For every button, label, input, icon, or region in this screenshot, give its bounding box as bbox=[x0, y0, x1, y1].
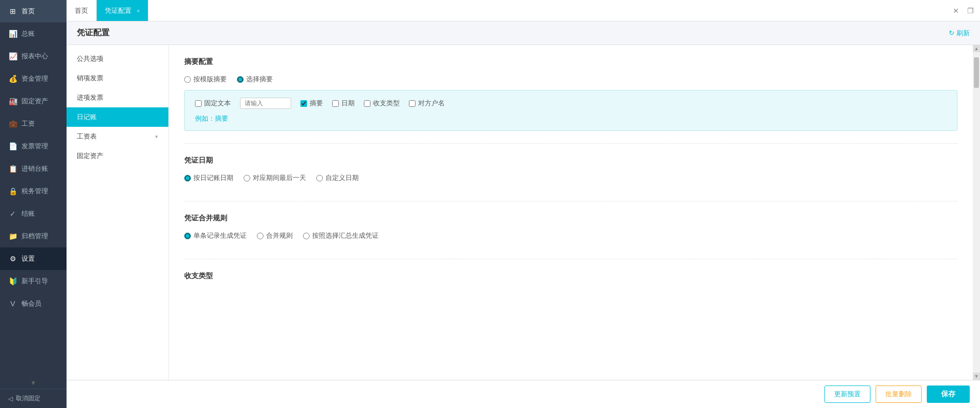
window-restore-button[interactable]: ❐ bbox=[965, 5, 976, 17]
gear-icon: ⚙ bbox=[8, 255, 17, 263]
select-summary-option[interactable]: 选择摘要 bbox=[237, 75, 273, 84]
fixed-text-checkbox[interactable] bbox=[195, 100, 202, 107]
left-nav-fixed-assets[interactable]: 固定资产 bbox=[67, 146, 168, 166]
counterpart-name-checkbox[interactable] bbox=[409, 100, 416, 107]
sidebar-scroll-indicator: ▼ bbox=[0, 377, 67, 389]
by-selection-total-option[interactable]: 按照选择汇总生成凭证 bbox=[303, 231, 379, 240]
sidebar-item-tax-mgmt[interactable]: 🔒 税务管理 bbox=[0, 180, 67, 202]
body-split: 公共选项 销项发票 进项发票 日记账 工资表 ▾ 固定资产 bbox=[67, 45, 980, 380]
scroll-down-arrow[interactable]: ▼ bbox=[973, 373, 980, 380]
single-record-radio[interactable] bbox=[184, 233, 191, 239]
sidebar-item-general-ledger[interactable]: 📊 总账 bbox=[0, 22, 67, 45]
update-preview-button[interactable]: 更新预置 bbox=[824, 386, 870, 403]
by-selection-total-radio[interactable] bbox=[303, 233, 310, 239]
tab-voucher-config-label: 凭证配置 bbox=[105, 6, 132, 15]
sidebar-cancel-fixed[interactable]: ◁ 取消固定 bbox=[0, 389, 67, 408]
merge-rules-section: 凭证合并规则 单条记录生成凭证 合并规则 按照选择汇总生成凭证 bbox=[184, 214, 957, 259]
save-button[interactable]: 保存 bbox=[927, 386, 970, 403]
template-summary-radio[interactable] bbox=[184, 76, 191, 83]
batch-delete-button[interactable]: 批量删除 bbox=[876, 386, 922, 403]
scroll-up-arrow[interactable]: ▲ bbox=[973, 45, 980, 52]
voucher-date-section: 凭证日期 按日记账日期 对应期间最后一天 自定义日期 bbox=[184, 156, 957, 201]
income-type-section: 收支类型 bbox=[184, 271, 957, 301]
by-journal-date-radio[interactable] bbox=[184, 175, 191, 182]
sidebar-item-label: 发票管理 bbox=[21, 142, 48, 151]
example-text: 例如：摘要 bbox=[195, 114, 947, 123]
summary-option[interactable]: 摘要 bbox=[300, 99, 323, 108]
merge-rules-option[interactable]: 合并规则 bbox=[257, 231, 293, 240]
vip-icon: V bbox=[8, 300, 17, 308]
sidebar-scroll-down-arrow[interactable]: ▼ bbox=[28, 377, 38, 389]
sidebar-item-label: 新手引导 bbox=[21, 277, 48, 286]
sidebar-item-payroll[interactable]: 💼 工资 bbox=[0, 112, 67, 135]
left-nav-journal[interactable]: 日记账 bbox=[67, 107, 168, 127]
sidebar-item-settings[interactable]: ⚙ 设置 bbox=[0, 247, 67, 270]
refresh-button[interactable]: ↻ 刷新 bbox=[949, 29, 970, 38]
tab-close-icon[interactable]: × bbox=[137, 8, 140, 14]
merge-rules-radio-row: 单条记录生成凭证 合并规则 按照选择汇总生成凭证 bbox=[184, 231, 957, 240]
sidebar-item-label: 固定资产 bbox=[21, 97, 48, 106]
sidebar-item-vip-member[interactable]: V 畅会员 bbox=[0, 292, 67, 315]
archive-icon: 📁 bbox=[8, 232, 17, 240]
date-checkbox[interactable] bbox=[332, 100, 339, 107]
ledger-icon: 📋 bbox=[8, 165, 17, 173]
income-type-checkbox[interactable] bbox=[364, 100, 371, 107]
sidebar-item-home[interactable]: ⊞ 首页 bbox=[0, 0, 67, 22]
sidebar-item-label: 进销台账 bbox=[21, 164, 48, 173]
chevron-down-icon: ▾ bbox=[155, 133, 158, 140]
fund-icon: 💰 bbox=[8, 75, 17, 83]
right-content: 摘要配置 按模版摘要 选择摘要 bbox=[169, 45, 973, 380]
chart-icon: 📊 bbox=[8, 30, 17, 38]
tab-voucher-config[interactable]: 凭证配置 × bbox=[97, 0, 148, 21]
select-summary-radio[interactable] bbox=[237, 76, 244, 83]
fixed-text-option[interactable]: 固定文本 bbox=[195, 99, 231, 108]
merge-rules-radio[interactable] bbox=[257, 233, 264, 239]
single-record-option[interactable]: 单条记录生成凭证 bbox=[184, 231, 247, 240]
window-close-button[interactable]: ✕ bbox=[951, 5, 961, 17]
counterpart-name-option[interactable]: 对方户名 bbox=[409, 99, 445, 108]
sidebar-item-archive-mgmt[interactable]: 📁 归档管理 bbox=[0, 225, 67, 247]
sidebar-item-sales-purchase[interactable]: 📋 进销台账 bbox=[0, 157, 67, 180]
sidebar-item-label: 首页 bbox=[21, 7, 35, 16]
scrollbar-thumb[interactable] bbox=[974, 57, 979, 88]
tab-home[interactable]: 首页 bbox=[67, 0, 97, 21]
sidebar: ⊞ 首页 📊 总账 📈 报表中心 💰 资金管理 🏭 固定资产 💼 工资 📄 发票… bbox=[0, 0, 67, 408]
scrollbar-track[interactable] bbox=[973, 52, 980, 373]
template-summary-label: 按模版摘要 bbox=[193, 75, 227, 84]
page-header: 凭证配置 ↻ 刷新 bbox=[67, 21, 980, 45]
sidebar-item-label: 工资 bbox=[21, 119, 35, 128]
summary-config-section: 摘要配置 按模版摘要 选择摘要 bbox=[184, 57, 957, 144]
left-nav: 公共选项 销项发票 进项发票 日记账 工资表 ▾ 固定资产 bbox=[67, 45, 169, 380]
income-type-option[interactable]: 收支类型 bbox=[364, 99, 400, 108]
custom-date-radio[interactable] bbox=[316, 175, 323, 182]
select-summary-label: 选择摘要 bbox=[246, 75, 273, 84]
sidebar-item-fund-mgmt[interactable]: 💰 资金管理 bbox=[0, 67, 67, 90]
by-journal-date-option[interactable]: 按日记账日期 bbox=[184, 173, 233, 183]
merge-rules-title: 凭证合并规则 bbox=[184, 214, 957, 223]
refresh-label: 刷新 bbox=[956, 29, 970, 38]
left-nav-public-options[interactable]: 公共选项 bbox=[67, 49, 168, 69]
sidebar-item-report-center[interactable]: 📈 报表中心 bbox=[0, 45, 67, 67]
left-nav-payroll-table[interactable]: 工资表 ▾ bbox=[67, 127, 168, 146]
sidebar-item-invoice-mgmt[interactable]: 📄 发票管理 bbox=[0, 135, 67, 157]
summary-checkbox[interactable] bbox=[300, 100, 307, 107]
left-nav-purchase-invoice[interactable]: 进项发票 bbox=[67, 88, 168, 107]
last-day-radio[interactable] bbox=[244, 175, 250, 182]
left-nav-sales-invoice[interactable]: 销项发票 bbox=[67, 69, 168, 88]
sidebar-item-fixed-assets[interactable]: 🏭 固定资产 bbox=[0, 90, 67, 112]
payroll-icon: 💼 bbox=[8, 120, 17, 128]
sidebar-item-settlement[interactable]: ✓ 结账 bbox=[0, 202, 67, 225]
factory-icon: 🏭 bbox=[8, 97, 17, 105]
fixed-text-input[interactable] bbox=[240, 98, 291, 109]
tab-bar: 首页 凭证配置 × ✕ ❐ bbox=[67, 0, 980, 21]
custom-date-option[interactable]: 自定义日期 bbox=[316, 173, 359, 183]
sidebar-item-label: 资金管理 bbox=[21, 74, 48, 83]
tab-home-label: 首页 bbox=[75, 6, 88, 15]
template-summary-option[interactable]: 按模版摘要 bbox=[184, 75, 227, 84]
last-day-option[interactable]: 对应期间最后一天 bbox=[244, 173, 306, 183]
summary-fields-row: 固定文本 摘要 日期 bbox=[195, 98, 947, 109]
sidebar-item-beginner-guide[interactable]: 🔰 新手引导 bbox=[0, 270, 67, 292]
vertical-scrollbar[interactable]: ▲ ▼ bbox=[973, 45, 980, 380]
sidebar-item-label: 畅会员 bbox=[21, 299, 41, 308]
date-option[interactable]: 日期 bbox=[332, 99, 355, 108]
